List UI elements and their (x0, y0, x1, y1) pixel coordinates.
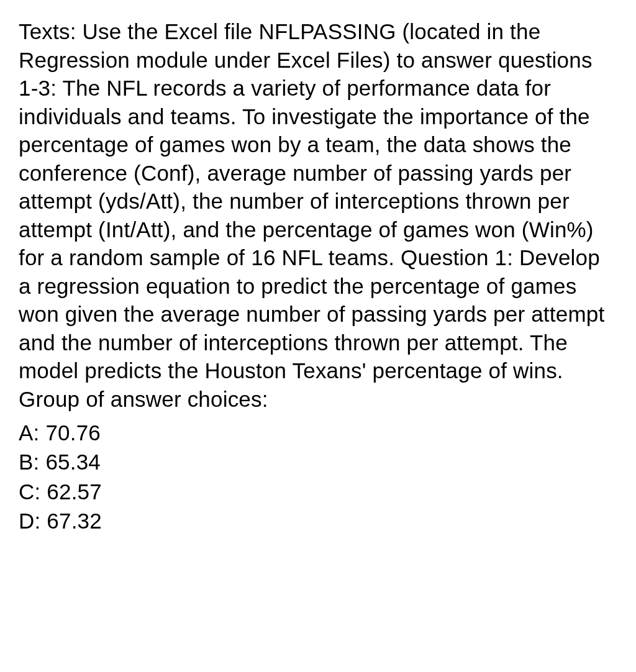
question-text: Texts: Use the Excel file NFLPASSING (lo… (19, 17, 617, 413)
choice-b-label: B: (19, 450, 39, 474)
choice-d[interactable]: D: 67.32 (19, 506, 617, 535)
choice-a[interactable]: A: 70.76 (19, 418, 617, 447)
choice-d-label: D: (19, 509, 40, 533)
choice-d-value: 67.32 (47, 509, 102, 533)
choice-b[interactable]: B: 65.34 (19, 447, 617, 476)
choice-c-value: 62.57 (47, 479, 102, 504)
choice-a-label: A: (19, 420, 39, 445)
choice-c[interactable]: C: 62.57 (19, 477, 617, 506)
choice-a-value: 70.76 (45, 420, 101, 445)
answer-choices: A: 70.76 B: 65.34 C: 62.57 D: 67.32 (19, 418, 617, 535)
choice-b-value: 65.34 (45, 450, 101, 474)
choice-c-label: C: (19, 479, 40, 504)
